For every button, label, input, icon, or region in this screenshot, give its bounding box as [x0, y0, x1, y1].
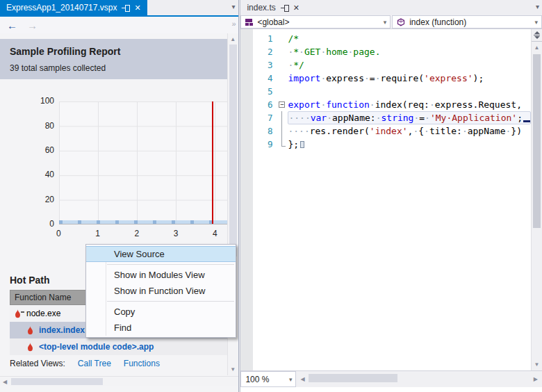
- code-line[interactable]: 5: [253, 85, 531, 98]
- scroll-up-icon[interactable]: ▲: [228, 36, 238, 42]
- outlining-margin: [277, 72, 288, 85]
- code-line[interactable]: 3·*/: [253, 58, 531, 72]
- outlining-margin: [277, 124, 288, 138]
- scrollbar-thumb[interactable]: [11, 378, 103, 385]
- zoom-dropdown[interactable]: 100 % ▾: [240, 371, 296, 387]
- editor-vertical-scrollbar[interactable]: ▲ ▼: [531, 29, 542, 370]
- report-title: Sample Profiling Report: [10, 46, 238, 57]
- code-text: import·express·=·require('express');: [288, 72, 531, 85]
- whitespace-dots: ·: [413, 126, 418, 136]
- tab-index-ts[interactable]: index.ts ✕: [240, 0, 306, 15]
- back-arrow-icon[interactable]: ←: [7, 19, 17, 31]
- code-token: 'index': [370, 126, 408, 136]
- whitespace-dots: ·: [506, 126, 511, 136]
- code-line[interactable]: 1/*: [253, 32, 531, 45]
- scope-dropdown[interactable]: <global> ▾: [240, 15, 391, 28]
- code-editor-pane: index.ts ✕ ▾ <global> ▾ index (function)…: [240, 0, 542, 392]
- code-token: express: [326, 73, 364, 83]
- toolbar-overflow-icon[interactable]: »: [232, 19, 236, 28]
- code-token: *: [293, 47, 299, 57]
- close-icon[interactable]: ✕: [293, 4, 299, 12]
- line-number: 6: [253, 99, 277, 110]
- left-tab-strip: ExpressApp1_20140717.vspx ✕ ▾: [0, 0, 238, 15]
- code-token: appName: [468, 126, 506, 136]
- scope-dropdown-value: <global>: [257, 17, 289, 27]
- code-text: ·*·GET·home·page.: [288, 45, 531, 58]
- report-toolbar: ← → »: [0, 17, 238, 33]
- code-line[interactable]: 8····res.render('index',·{·title:·appNam…: [253, 124, 531, 138]
- forward-arrow-icon[interactable]: →: [27, 19, 38, 31]
- scroll-up-icon[interactable]: ▲: [532, 44, 542, 51]
- scrollbar-thumb[interactable]: [229, 44, 237, 256]
- scroll-right-icon[interactable]: ▶: [534, 376, 538, 382]
- scroll-down-icon[interactable]: ▼: [532, 361, 542, 368]
- splitter-handle-icon[interactable]: [532, 29, 542, 42]
- editor-horizontal-scrollbar[interactable]: ◀ ▶: [296, 371, 542, 387]
- menu-item-show-in-function-view[interactable]: Show in Function View: [86, 283, 236, 299]
- code-text: ····res.render('index',·{·title:·appName…: [288, 124, 531, 138]
- tab-profiling-report[interactable]: ExpressApp1_20140717.vspx ✕: [0, 0, 147, 15]
- code-token: =: [370, 73, 375, 83]
- indicator-margin[interactable]: [240, 29, 253, 370]
- member-dropdown[interactable]: index (function) ▾: [392, 15, 542, 28]
- scroll-down-icon[interactable]: ▼: [228, 366, 238, 373]
- vs-document-well: ExpressApp1_20140717.vspx ✕ ▾ ← → » Samp…: [0, 0, 542, 392]
- tab-title: index.ts: [247, 3, 275, 13]
- menu-item-find[interactable]: Find: [86, 320, 236, 336]
- whitespace-dots: ·: [299, 47, 304, 57]
- code-token: res.render(: [310, 126, 370, 136]
- horizontal-scrollbar[interactable]: ◀ ▶: [0, 376, 238, 386]
- outlining-margin: [277, 138, 288, 151]
- right-tab-strip: index.ts ✕ ▾: [240, 0, 542, 15]
- scrollbar-thumb[interactable]: [533, 54, 541, 228]
- line-number: 7: [253, 113, 277, 123]
- outlining-margin: −: [277, 98, 288, 111]
- call-tree-link[interactable]: Call Tree: [78, 359, 111, 368]
- line-number: 8: [253, 126, 277, 136]
- whitespace-dots: ····: [288, 113, 310, 123]
- pin-icon[interactable]: [281, 4, 288, 11]
- tab-title: ExpressApp1_20140717.vspx: [6, 3, 117, 13]
- outlining-margin: [277, 45, 288, 58]
- code-line[interactable]: 9};: [253, 138, 531, 151]
- line-number: 9: [253, 139, 277, 149]
- code-token: ,: [408, 126, 413, 136]
- code-editor[interactable]: 1/*2·*·GET·home·page.3·*/4import·express…: [240, 29, 542, 370]
- function-name: index.index: [39, 325, 85, 335]
- close-icon[interactable]: ✕: [134, 4, 140, 12]
- whitespace-dots: ·: [288, 60, 293, 70]
- menu-item-copy[interactable]: Copy: [86, 304, 236, 320]
- table-row[interactable]: <top-level module code>.app: [10, 338, 238, 355]
- line-number: 5: [253, 86, 277, 97]
- tab-list-dropdown-icon[interactable]: ▾: [232, 3, 236, 10]
- collapse-minus-icon[interactable]: −: [279, 101, 285, 108]
- code-token: index(req:: [375, 99, 429, 110]
- whitespace-dots: ·: [320, 47, 326, 57]
- menu-item-view-source[interactable]: View Source: [86, 246, 236, 262]
- code-line[interactable]: 4import·express·=·require('express');: [253, 72, 531, 85]
- code-text: };: [288, 138, 531, 151]
- functions-link[interactable]: Functions: [124, 359, 160, 368]
- line-number: 1: [253, 33, 277, 44]
- code-token: title:: [429, 126, 462, 136]
- scroll-left-icon[interactable]: ◀: [300, 376, 304, 382]
- outlining-margin: [277, 85, 288, 98]
- whitespace-dots: ·: [364, 73, 370, 83]
- pin-icon[interactable]: [122, 4, 129, 11]
- x-tick-label: 2: [135, 229, 140, 238]
- y-tick-label: 0: [24, 219, 54, 229]
- scrollbar-thumb[interactable]: [309, 374, 397, 382]
- hot-path-title: Hot Path: [10, 275, 50, 286]
- cpu-usage-chart[interactable]: [59, 101, 238, 224]
- whitespace-dots: ·: [429, 99, 435, 110]
- scroll-left-icon[interactable]: ◀: [3, 379, 7, 385]
- code-line[interactable]: 6−export·function·index(req:·express.Req…: [253, 98, 531, 111]
- y-tick-label: 60: [24, 145, 54, 155]
- menu-item-show-in-modules-view[interactable]: Show in Modules View: [86, 267, 236, 283]
- current-time-marker[interactable]: [212, 101, 213, 224]
- code-line[interactable]: 7····var·appName:·string·=·'My·Applicati…: [253, 111, 531, 124]
- code-token: */: [293, 60, 304, 70]
- code-line[interactable]: 2·*·GET·home·page.: [253, 45, 531, 58]
- tab-list-dropdown-icon[interactable]: ▾: [536, 3, 539, 10]
- flame-icon: [26, 343, 34, 352]
